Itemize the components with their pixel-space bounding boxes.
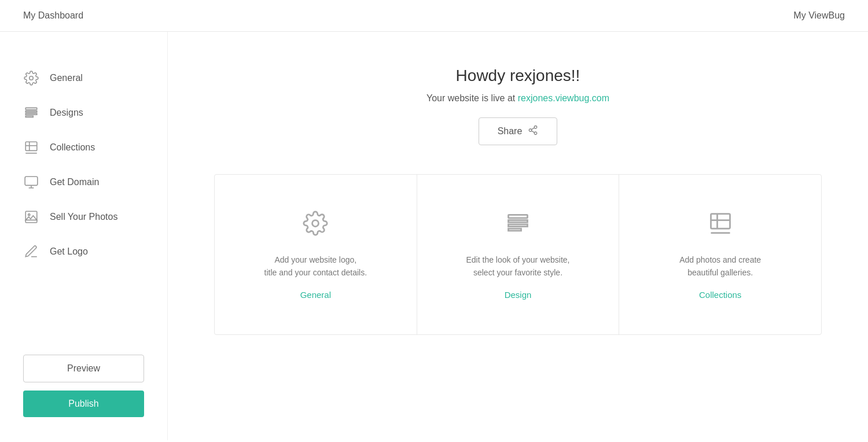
designs-icon xyxy=(23,105,39,121)
svg-rect-19 xyxy=(509,215,528,218)
sell-photos-icon xyxy=(23,209,39,225)
design-card[interactable]: Edit the look of your website, select yo… xyxy=(417,175,620,334)
sidebar-item-get-domain[interactable]: Get Domain xyxy=(23,165,144,200)
svg-rect-7 xyxy=(25,176,38,185)
collections-card-link[interactable]: Collections xyxy=(699,290,741,300)
sidebar-item-get-logo[interactable]: Get Logo xyxy=(23,234,144,269)
sidebar-item-collections[interactable]: Collections xyxy=(23,130,144,165)
design-card-link[interactable]: Design xyxy=(505,290,532,300)
sidebar-item-get-domain-label: Get Domain xyxy=(50,177,99,187)
svg-rect-20 xyxy=(509,220,528,223)
top-nav: My Dashboard My ViewBug xyxy=(0,0,868,32)
cards-row: Add your website logo, title and your co… xyxy=(214,174,822,335)
svg-point-15 xyxy=(535,132,538,135)
collections-card-icon xyxy=(707,209,734,237)
general-card-desc: Add your website logo, title and your co… xyxy=(264,253,367,279)
main-header: Howdy rexjones!! Your website is live at… xyxy=(214,67,822,145)
svg-line-16 xyxy=(532,131,535,132)
general-card-link[interactable]: General xyxy=(300,290,331,300)
sidebar-item-designs-label: Designs xyxy=(50,108,83,118)
svg-point-12 xyxy=(28,214,30,216)
publish-button[interactable]: Publish xyxy=(23,391,144,417)
sidebar-item-general-label: General xyxy=(50,73,83,83)
share-label: Share xyxy=(498,126,523,137)
sidebar-item-get-logo-label: Get Logo xyxy=(50,246,88,257)
svg-point-0 xyxy=(30,76,34,80)
svg-rect-21 xyxy=(509,224,528,227)
svg-rect-3 xyxy=(25,113,37,115)
svg-point-13 xyxy=(535,126,538,129)
greeting-text: Howdy rexjones!! xyxy=(214,67,822,85)
general-card-icon xyxy=(301,209,329,237)
sidebar-item-general[interactable]: General xyxy=(23,61,144,95)
preview-button[interactable]: Preview xyxy=(23,355,144,382)
sidebar-item-sell-photos-label: Sell Your Photos xyxy=(50,212,117,222)
gear-icon xyxy=(23,70,39,86)
collections-card-desc: Add photos and create beautiful gallerie… xyxy=(679,253,761,279)
svg-line-17 xyxy=(532,128,535,130)
sidebar-buttons: Preview Publish xyxy=(23,355,144,417)
website-url-link[interactable]: rexjones.viewbug.com xyxy=(518,93,609,103)
svg-point-18 xyxy=(312,220,319,227)
my-viewbug-link[interactable]: My ViewBug xyxy=(793,10,845,21)
design-card-icon xyxy=(504,209,532,237)
main-content: Howdy rexjones!! Your website is live at… xyxy=(168,32,868,440)
svg-rect-22 xyxy=(509,229,521,231)
pencil-icon xyxy=(23,244,39,260)
svg-rect-4 xyxy=(25,116,33,117)
svg-marker-11 xyxy=(25,216,37,220)
collections-icon xyxy=(23,139,39,156)
svg-point-14 xyxy=(529,129,532,132)
sidebar-item-designs[interactable]: Designs xyxy=(23,95,144,130)
monitor-icon xyxy=(23,174,39,190)
sidebar-nav: General Designs xyxy=(23,61,144,332)
layout: General Designs xyxy=(0,32,868,440)
general-card[interactable]: Add your website logo, title and your co… xyxy=(215,175,417,334)
svg-rect-1 xyxy=(25,108,37,109)
dashboard-title: My Dashboard xyxy=(23,10,83,21)
svg-rect-23 xyxy=(711,214,730,229)
svg-rect-5 xyxy=(25,142,37,150)
sidebar-item-sell-photos[interactable]: Sell Your Photos xyxy=(23,200,144,234)
share-icon xyxy=(528,125,538,138)
design-card-desc: Edit the look of your website, select yo… xyxy=(466,253,570,279)
url-line: Your website is live at rexjones.viewbug… xyxy=(214,93,822,104)
sidebar-item-collections-label: Collections xyxy=(50,142,95,153)
url-prefix: Your website is live at xyxy=(426,93,518,103)
share-button[interactable]: Share xyxy=(479,117,558,145)
sidebar: General Designs xyxy=(0,32,168,440)
svg-rect-10 xyxy=(25,211,37,223)
collections-card[interactable]: Add photos and create beautiful gallerie… xyxy=(619,175,821,334)
svg-rect-2 xyxy=(25,111,37,112)
